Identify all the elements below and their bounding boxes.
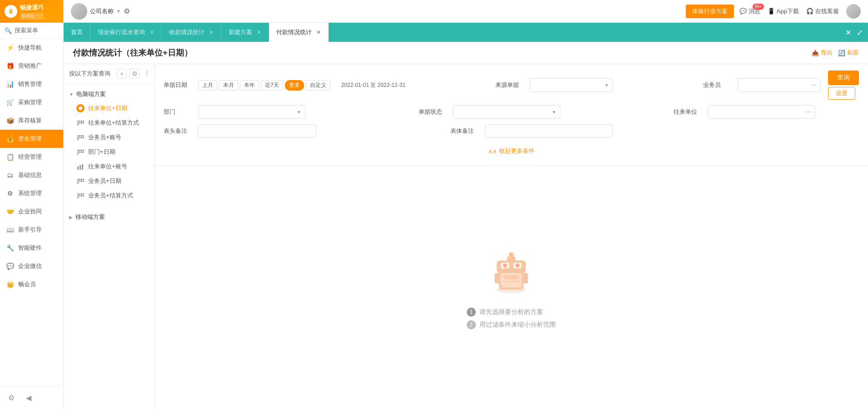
sidebar-item-guide[interactable]: 📖 新手引导 (0, 221, 63, 239)
sidebar-item-smart[interactable]: 🔧 智能硬件 (0, 239, 63, 257)
partner-select[interactable]: ··· (708, 105, 815, 119)
tab-bank[interactable]: 现金银行流水查询 ✕ (90, 23, 162, 42)
tab-home-label: 首页 (71, 28, 83, 36)
settings-small-btn[interactable]: 设置 (828, 87, 855, 100)
last-7days-btn[interactable]: 近7天 (261, 80, 283, 91)
collapse-panel-btn[interactable]: 《 (142, 70, 149, 78)
dept-select[interactable]: ▼ (198, 105, 305, 119)
tab-maximize-btn[interactable]: ⤢ (855, 26, 864, 39)
status-select[interactable]: ▼ (453, 105, 560, 119)
query-btn[interactable]: 查询 (828, 71, 859, 85)
tab-new-scheme[interactable]: 新建方案 ✕ (221, 23, 269, 42)
scheme-partner-settle[interactable]: 往来单位+结算方式 (64, 116, 154, 130)
scheme-active-icon (76, 104, 85, 112)
collapse-sidebar-btn[interactable]: ◀ (22, 391, 35, 404)
date-range-text: 2022-01-01 至 2022-12-31 (341, 81, 405, 89)
user-avatar (71, 3, 87, 20)
nav-label-member: 畅会员 (18, 280, 36, 288)
page-header-actions: 📤 导出 🔄 刷新 (812, 49, 859, 57)
scheme-staff-date[interactable]: 业务员+日期 (64, 174, 154, 188)
tab-receipt[interactable]: 收款情况统计 ✕ (162, 23, 221, 42)
sidebar-item-purchase[interactable]: 🛒 采购管理 (0, 93, 63, 111)
scheme-staff-account[interactable]: 业务员+账号 (64, 130, 154, 145)
message-icon: 💬 (739, 8, 747, 15)
nav-label-inventory: 库存核算 (18, 116, 42, 125)
nav-icon-quick-nav: ⚡ (5, 43, 15, 52)
staff-select[interactable]: ··· (738, 78, 821, 92)
app-download-btn[interactable]: 📱 App下载 (768, 7, 799, 15)
nav-label-guide: 新手引导 (18, 226, 42, 234)
sidebar-item-system[interactable]: ⚙ 系统管理 (0, 184, 63, 202)
collapse-conditions-btn[interactable]: ∧∧ 收起更多条件 (164, 143, 859, 159)
tab-new-scheme-close[interactable]: ✕ (257, 29, 261, 35)
mobile-group-arrow: ▶ (69, 215, 73, 220)
tab-receipt-close[interactable]: ✕ (209, 29, 214, 35)
date-label: 单据日期 (164, 81, 191, 89)
body-note-input[interactable] (485, 124, 613, 138)
mobile-scheme-group-header[interactable]: ▶ 移动端方案 (64, 210, 154, 224)
export-btn[interactable]: 📤 导出 (812, 49, 833, 57)
sidebar-item-member[interactable]: 👑 畅会员 (0, 275, 63, 293)
scheme-settings-btn[interactable]: ⚙ (130, 69, 140, 79)
sidebar-item-marketing[interactable]: 🎁 营销推广 (0, 57, 63, 75)
refresh-btn[interactable]: 🔄 刷新 (838, 49, 859, 57)
more-btn[interactable]: 更多 (285, 80, 304, 91)
tab-receipt-label: 收款情况统计 (169, 28, 205, 36)
custom-btn[interactable]: 自定义 (306, 80, 330, 91)
pc-scheme-group-header[interactable]: ▼ 电脑端方案 (64, 87, 154, 101)
sidebar-item-inventory[interactable]: 📦 库存核算 (0, 111, 63, 130)
svg-rect-7 (523, 273, 528, 283)
page-title: 付款情况统计（往来单位+日期） (73, 47, 192, 58)
tab-bank-close[interactable]: ✕ (150, 29, 154, 35)
body-note-label: 表体备注 (450, 127, 478, 135)
sidebar-item-quick-nav[interactable]: ⚡ 快捷导航 (0, 39, 63, 57)
messages-btn[interactable]: 💬 消息 99+ (739, 7, 760, 15)
header-avatar[interactable] (846, 4, 861, 19)
sidebar-item-wechat[interactable]: 💬 企业微信 (0, 257, 63, 275)
tab-home[interactable]: 首页 (64, 23, 90, 42)
query-settings-col: 查询 设置 (828, 71, 859, 100)
tab-payment-close[interactable]: ✕ (316, 29, 321, 35)
last-month-btn[interactable]: 上月 (198, 80, 217, 91)
sidebar-bottom: ⚙ ◀ (0, 386, 63, 409)
this-month-btn[interactable]: 本月 (219, 80, 238, 91)
mobile-group-label: 移动端方案 (75, 213, 105, 221)
sidebar-item-basic[interactable]: 🗂 基础信息 (0, 166, 63, 184)
sidebar-item-sales[interactable]: 📊 销售管理 (0, 75, 63, 93)
tip-number-1: 1 (467, 308, 476, 317)
collapse-conditions-label: 收起更多条件 (499, 147, 534, 155)
header-settings-icon[interactable]: ⚙ (124, 7, 130, 15)
sidebar-item-fund[interactable]: 💰 资金管理 (0, 130, 63, 148)
nav-label-quick-nav: 快捷导航 (18, 44, 42, 52)
note-input[interactable] (198, 124, 316, 138)
staff-ellipsis[interactable]: ··· (811, 81, 817, 89)
dropdown-icon[interactable]: ▼ (116, 9, 121, 14)
settings-bottom-btn[interactable]: ⚙ (5, 391, 18, 404)
source-select[interactable]: ▼ (530, 78, 613, 92)
sidebar-header: 6 畅捷通巧 标准版 (0, 0, 63, 23)
sidebar-item-enterprise[interactable]: 🤝 企业协同 (0, 202, 63, 221)
scheme-staff-settle[interactable]: 业务员+结算方式 (64, 188, 154, 203)
svg-point-12 (515, 263, 519, 267)
nav-icon-guide: 📖 (5, 225, 15, 234)
scheme-partner-account[interactable]: 往来单位+账号 (64, 159, 154, 174)
tab-close-window-btn[interactable]: ✕ (843, 26, 853, 39)
online-service-btn[interactable]: 🎧 在线客服 (806, 7, 839, 15)
scheme-staff-settle-label: 业务员+结算方式 (88, 192, 133, 200)
scheme-grid-icon-5 (76, 192, 85, 200)
empty-tip-2-text: 用过滤条件来缩小分析范围 (479, 321, 556, 329)
search-menu[interactable]: 🔍 搜索菜单 (0, 23, 63, 39)
scheme-dept-date[interactable]: 部门+日期 (64, 145, 154, 159)
this-year-btn[interactable]: 本年 (240, 80, 259, 91)
add-scheme-btn[interactable]: + (117, 69, 127, 79)
scheme-partner-date[interactable]: 往来单位+日期 (64, 101, 154, 116)
nav-icon-system: ⚙ (5, 189, 15, 198)
filter-row-1: 单据日期 上月 本月 本年 近7天 更多 自定义 2022-01-01 至 20… (164, 71, 859, 100)
tab-payment[interactable]: 付款情况统计 ✕ (269, 23, 329, 42)
svg-rect-16 (504, 275, 519, 279)
nav-label-system: 系统管理 (18, 189, 42, 197)
sidebar-item-operation[interactable]: 📋 经营管理 (0, 148, 63, 166)
scheme-grid-icon-2 (76, 133, 85, 141)
trial-btn[interactable]: 体验行业方案 (686, 5, 734, 18)
partner-ellipsis[interactable]: ··· (805, 108, 811, 116)
